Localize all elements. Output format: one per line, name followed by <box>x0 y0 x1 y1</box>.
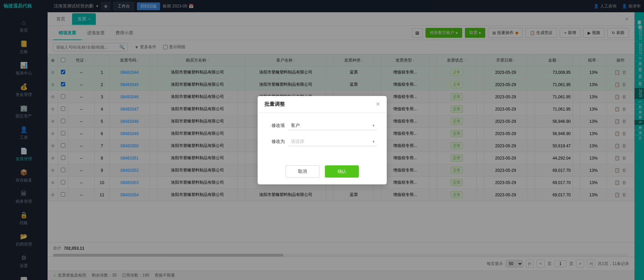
modal-field-change: 修改为 请选择 ▾ <box>268 137 377 146</box>
modal-field-item: 修改项 客户 ▾ <box>268 121 377 130</box>
modal-change-select[interactable]: 请选择 ▾ <box>289 137 377 146</box>
modal-confirm-btn[interactable]: 确认 <box>325 165 359 178</box>
modal-title: 批量调整 <box>264 101 285 108</box>
modal-field-chevron-icon: ▾ <box>372 123 375 128</box>
modal-header: 批量调整 × <box>258 96 387 113</box>
modal-footer: 取消 确认 <box>258 161 387 184</box>
modal-body: 修改项 客户 ▾ 修改为 请选择 ▾ <box>258 113 387 161</box>
modal-overlay: 批量调整 × 修改项 客户 ▾ 修改为 请选择 ▾ 取消 确认 <box>0 0 644 280</box>
modal-field-select[interactable]: 客户 ▾ <box>289 121 377 130</box>
modal-cancel-btn[interactable]: 取消 <box>285 165 319 178</box>
modal-change-chevron-icon: ▾ <box>372 139 375 144</box>
modal-change-placeholder: 请选择 <box>291 138 304 145</box>
modal-close-btn[interactable]: × <box>376 101 380 108</box>
batch-adjust-modal: 批量调整 × 修改项 客户 ▾ 修改为 请选择 ▾ 取消 确认 <box>258 96 387 184</box>
modal-field-value: 客户 <box>291 122 300 129</box>
modal-change-label: 修改为 <box>268 138 285 145</box>
modal-field-label: 修改项 <box>268 122 285 129</box>
